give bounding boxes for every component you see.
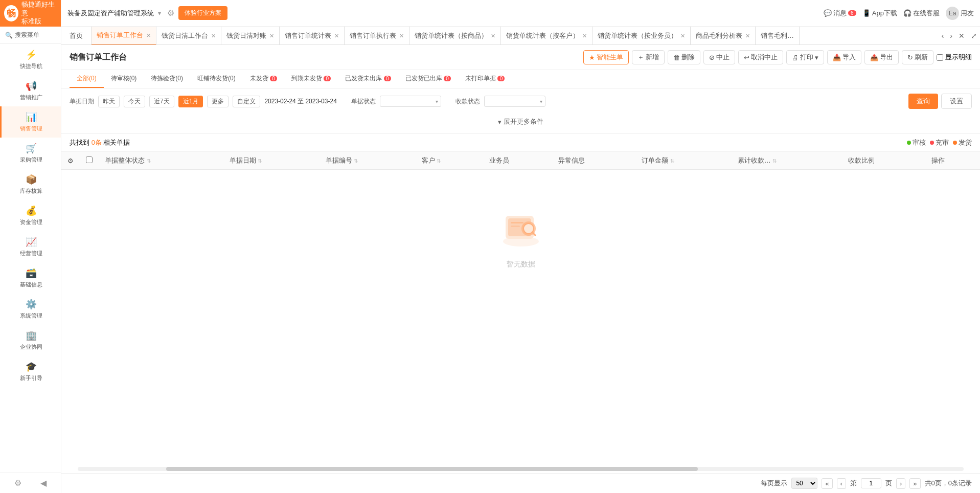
per-page-select[interactable]: 10 20 50 100 [791,478,817,489]
tab-cash-daily[interactable]: 钱货日清工作台 ✕ [156,27,221,45]
col-settings[interactable]: ⚙ [61,152,80,170]
tab-close-icon[interactable]: ✕ [211,27,216,45]
sidebar-item-quicknav[interactable]: ⚡ 快捷导航 [0,44,61,75]
scrollbar-area [61,465,980,473]
tab-close-icon[interactable]: ✕ [582,27,587,45]
dropdown-arrow-icon[interactable]: ▾ [158,10,161,17]
message-btn[interactable]: 💬 消息 6 [824,9,856,18]
sidebar-item-inventory[interactable]: 📦 库存核算 [0,169,61,200]
delete-button[interactable]: 🗑 删除 [668,50,700,64]
sub-tab-shipped-not-out[interactable]: 已发货未出库 0 [338,70,398,88]
tab-sales-more[interactable]: 销售毛利… [756,27,800,45]
import-button[interactable]: 📥 导入 [827,50,861,64]
sort-icon[interactable]: ⇅ [670,158,674,164]
sub-tab-not-shipped[interactable]: 未发货 0 [243,70,284,88]
sub-tab-pending-review[interactable]: 待审核(0) [104,70,144,88]
tab-home[interactable]: 首页 [61,27,92,45]
app-download-btn[interactable]: 📱 App下载 [862,9,897,18]
tab-sales-stat[interactable]: 销售订单统计表 ✕ [280,27,345,45]
expand-button[interactable]: ▾ 展开更多条件 [494,115,548,128]
anti-review-action[interactable]: 充审 [930,138,949,147]
tab-goods-profit[interactable]: 商品毛利分析表 ✕ [691,27,756,45]
service-btn[interactable]: 🎧 在线客服 [903,9,940,18]
content-area: 销售订单工作台 ★ 智能生单 ＋ 新增 🗑 删除 ⊘ 中止 [61,45,980,493]
tabs-next-icon[interactable]: › [947,32,955,40]
refresh-button[interactable]: ↻ 刷新 [902,50,933,64]
scrollbar-track[interactable] [78,467,964,471]
sidebar-item-finance[interactable]: 💰 资金管理 [0,200,61,231]
tab-close-icon[interactable]: ✕ [745,27,750,45]
tab-label: 商品毛利分析表 [696,27,742,45]
sidebar-item-sales[interactable]: 📊 销售管理 [0,106,61,138]
sub-tab-all[interactable]: 全部(0) [70,70,104,88]
sub-tab-not-printed[interactable]: 未打印单据 0 [458,70,512,88]
tab-sales-stat-goods[interactable]: 销货单统计表（按商品） ✕ [409,27,501,45]
logo-icon: 畅 [4,5,18,21]
sidebar-item-corp[interactable]: 🏢 企业协同 [0,325,61,356]
tab-cash-reconcile[interactable]: 钱货日清对账 ✕ [221,27,280,45]
tab-close-icon[interactable]: ✕ [146,27,151,44]
sidebar-item-basic[interactable]: 🗃️ 基础信息 [0,262,61,294]
sort-icon[interactable]: ⇅ [258,158,262,164]
show-detail-input[interactable] [937,54,943,61]
date-btn-yesterday[interactable]: 昨天 [98,96,120,107]
date-btn-today[interactable]: 今天 [124,96,145,107]
last-page-button[interactable]: » [909,478,920,489]
add-button[interactable]: ＋ 新增 [632,50,665,64]
experience-button[interactable]: 体验行业方案 [178,6,227,20]
sidebar-settings-icon[interactable]: ⚙ [14,478,21,488]
tab-sales-workbench[interactable]: 销售订单工作台 ✕ [92,27,156,45]
tab-sales-stat-customer[interactable]: 销货单统计表（按客户） ✕ [501,27,592,45]
sub-tab-expired-not-shipped[interactable]: 到期未发货 0 [284,70,338,88]
scrollbar-thumb[interactable] [166,467,698,471]
review-action[interactable]: 审核 [907,138,926,147]
payment-select[interactable] [484,96,545,107]
sort-icon[interactable]: ⇅ [437,158,441,164]
date-btn-more[interactable]: 更多 [207,96,229,107]
sidebar-item-system[interactable]: ⚙️ 系统管理 [0,294,61,325]
print-button[interactable]: 🖨 打印 ▾ [786,50,824,64]
tab-close-icon[interactable]: ✕ [334,27,339,45]
tab-sales-stat-staff[interactable]: 销货单统计表（按业务员） ✕ [592,27,691,45]
query-button[interactable]: 查询 [908,94,938,109]
cancel-stop-button[interactable]: ↩ 取消中止 [738,50,783,64]
sub-tab-shipped-out[interactable]: 已发货已出库 0 [398,70,458,88]
tabs-prev-icon[interactable]: ‹ [939,32,947,40]
show-detail-checkbox[interactable]: 显示明细 [937,53,972,62]
sort-icon[interactable]: ⇅ [147,158,151,164]
sidebar-search[interactable]: 🔍 搜索菜单 [0,27,61,44]
sort-icon[interactable]: ⇅ [772,158,777,164]
tab-close-icon[interactable]: ✕ [491,27,495,45]
date-btn-7days[interactable]: 近7天 [149,96,174,107]
sidebar-collapse-icon[interactable]: ◀ [40,478,47,488]
user-btn[interactable]: Ea 用友 [946,7,974,20]
sub-tab-wangpu[interactable]: 旺铺待发货(0) [190,70,243,88]
smart-create-button[interactable]: ★ 智能生单 [583,50,629,64]
tab-close-icon[interactable]: ✕ [680,27,685,45]
tab-sales-exec[interactable]: 销售订单执行表 ✕ [345,27,409,45]
tab-close-icon[interactable]: ✕ [269,27,274,45]
first-page-button[interactable]: « [822,478,832,489]
set-button[interactable]: 设置 [941,94,972,109]
sub-tab-pending-inspect[interactable]: 待拣验货(0) [144,70,190,88]
ship-action[interactable]: 发货 [953,138,972,147]
sidebar-item-purchase[interactable]: 🛒 采购管理 [0,138,61,169]
prev-page-button[interactable]: ‹ [837,478,846,489]
sort-icon[interactable]: ⇅ [354,158,358,164]
page-input[interactable] [861,478,881,488]
next-page-button[interactable]: › [896,478,905,489]
stop-button[interactable]: ⊘ 中止 [703,50,735,64]
select-all-checkbox[interactable] [86,156,93,163]
tabs-maximize-icon[interactable]: ⤢ [968,32,980,40]
date-btn-custom[interactable]: 自定义 [233,96,260,107]
export-button[interactable]: 📤 导出 [864,50,899,64]
sidebar-item-marketing[interactable]: 📢 营销推广 [0,75,61,106]
sidebar-item-guide[interactable]: 🎓 新手引导 [0,356,61,387]
topbar-settings-icon[interactable]: ⚙ [167,8,174,18]
date-btn-1month[interactable]: 近1月 [178,96,203,107]
sidebar-item-operation[interactable]: 📈 经营管理 [0,231,61,262]
tabs-close-all-icon[interactable]: ✕ [955,32,968,40]
search-icon: 🔍 [5,32,13,39]
tab-close-icon[interactable]: ✕ [399,27,404,45]
status-select[interactable] [380,96,441,107]
